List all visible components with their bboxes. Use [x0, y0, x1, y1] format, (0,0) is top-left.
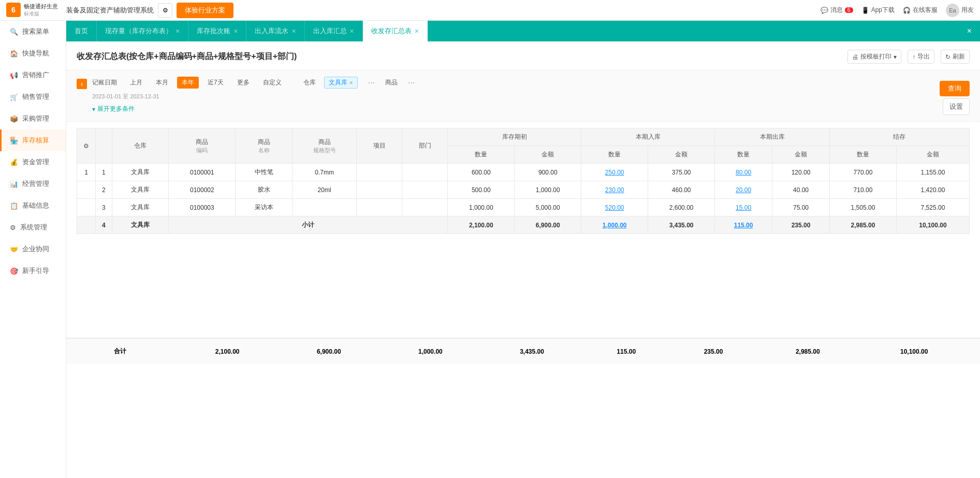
tab-collect[interactable]: 收发存汇总表 ×	[363, 21, 428, 41]
print-button[interactable]: 🖨 按模板打印 ▾	[847, 50, 901, 64]
warehouse-more-button[interactable]: ···	[366, 78, 377, 88]
total-open-amt: 6,900.00	[278, 343, 379, 360]
col-bal-header: 结存	[829, 128, 969, 146]
row2-open-amt: 1,000.00	[515, 181, 581, 199]
table-settings-header[interactable]: ⚙	[77, 128, 96, 164]
row2-spec: 20ml	[292, 181, 357, 199]
sidebar-item-operation[interactable]: 📊 经营管理	[0, 173, 66, 195]
filter-collapse-button[interactable]: ‹	[77, 79, 87, 89]
subtotal-in-qty[interactable]: 1,000.00	[581, 216, 648, 234]
row1-bal-amt: 1,155.00	[896, 164, 969, 181]
sidebar-item-base[interactable]: 📋 基础信息	[0, 195, 66, 216]
row1-name: 中性笔	[236, 164, 292, 181]
date-btn-last-month[interactable]: 上月	[125, 77, 147, 89]
tab-close-flow[interactable]: ×	[291, 27, 296, 35]
col-name-header: 商品名称	[236, 128, 292, 164]
message-icon: 💬	[821, 7, 828, 14]
inventory-icon: 🏪	[10, 137, 18, 144]
tab-close-collect[interactable]: ×	[415, 27, 419, 35]
sidebar-item-search[interactable]: 🔍 搜索菜单	[0, 21, 66, 42]
query-button[interactable]: 查询	[940, 81, 970, 96]
chevron-down-icon: ▾	[894, 53, 897, 61]
row1-no: 1	[77, 164, 96, 181]
col-open-qty-header: 数量	[448, 146, 515, 164]
date-btn-custom[interactable]: 自定义	[258, 77, 286, 89]
sidebar-item-marketing[interactable]: 📢 营销推广	[0, 64, 66, 86]
row1-code: 0100001	[169, 164, 236, 181]
tab-home[interactable]: 首页	[66, 21, 97, 41]
subtotal-in-amt: 3,435.00	[648, 216, 715, 234]
tab-close-batch[interactable]: ×	[233, 27, 238, 35]
col-open-header: 库存期初	[448, 128, 581, 146]
date-btn-more[interactable]: 更多	[232, 77, 254, 89]
sidebar-item-collab[interactable]: 🤝 企业协同	[0, 238, 66, 260]
service-nav[interactable]: 🎧 在线客服	[903, 6, 938, 15]
tab-summary[interactable]: 出入库汇总 ×	[305, 21, 363, 41]
subtotal-warehouse: 文具库	[112, 216, 169, 234]
row1-in-qty[interactable]: 250.00	[581, 164, 648, 181]
search-icon: 🔍	[10, 28, 18, 36]
table-row: 1 1 文具库 0100001 中性笔 0.7mm 600.00 900.00	[77, 164, 970, 181]
date-btn-7days[interactable]: 近7天	[203, 77, 228, 89]
total-open-qty: 2,100.00	[177, 343, 278, 360]
sidebar-item-purchase[interactable]: 📦 采购管理	[0, 108, 66, 129]
refresh-button[interactable]: ↻ 刷新	[941, 50, 970, 64]
row1-spec: 0.7mm	[292, 164, 357, 181]
user-nav[interactable]: Ea 用友	[946, 4, 974, 17]
sidebar-item-system[interactable]: ⚙ 系统管理	[0, 216, 66, 238]
row3-in-qty[interactable]: 520.00	[581, 199, 648, 216]
tab-batch[interactable]: 库存批次账 ×	[188, 21, 246, 41]
tab-stock-dist[interactable]: 现存量（库存分布表） ×	[97, 21, 188, 41]
date-btn-this-month[interactable]: 本月	[151, 77, 173, 89]
message-nav[interactable]: 💬 消息 6	[821, 6, 853, 15]
col-warehouse-header: 仓库	[112, 128, 169, 164]
goods-more-button[interactable]: ···	[406, 78, 417, 88]
message-badge: 6	[845, 7, 853, 13]
goods-label: 商品	[385, 78, 398, 87]
tab-close-summary[interactable]: ×	[350, 27, 354, 35]
warehouse-tag-close[interactable]: ×	[349, 79, 353, 86]
try-industry-button[interactable]: 体验行业方案	[177, 3, 233, 18]
tab-bar-close-button[interactable]: ×	[959, 26, 980, 36]
base-icon: 📋	[10, 202, 18, 210]
col-dept-header: 部门	[402, 128, 448, 164]
chevron-down-icon: ▾	[92, 106, 95, 113]
row3-out-qty[interactable]: 15.00	[715, 199, 772, 216]
expand-filter-button[interactable]: ▾ 展开更多条件	[92, 105, 933, 113]
row3-bal-qty: 1,505.00	[829, 199, 896, 216]
settings-small-button[interactable]: 设置	[943, 98, 970, 115]
subtotal-bal-amt: 10,100.00	[896, 216, 969, 234]
finance-icon: 💰	[10, 158, 18, 166]
total-table: 合计 2,100.00 6,900.00 1,000.00 3,435.00 1…	[77, 343, 970, 360]
date-btn-this-year[interactable]: 本年	[177, 77, 199, 89]
total-bal-qty: 2,985.00	[757, 343, 858, 360]
date-range: 2023-01-01 至 2023-12-31	[92, 93, 933, 100]
logo-sub: 标准版	[24, 10, 58, 18]
row2-in-qty[interactable]: 230.00	[581, 181, 648, 199]
tab-flow[interactable]: 出入库流水 ×	[246, 21, 304, 41]
tab-close-stock-dist[interactable]: ×	[175, 27, 180, 35]
row2-out-qty[interactable]: 20.00	[715, 181, 772, 199]
col-in-amt-header: 金额	[648, 146, 715, 164]
subtotal-out-qty[interactable]: 115.00	[715, 216, 772, 234]
row3-open-qty: 1,000.00	[448, 199, 515, 216]
total-out-amt: 235.00	[670, 343, 757, 360]
logo-text: 畅捷通好生意	[24, 3, 58, 10]
sidebar-item-inventory[interactable]: 🏪 库存核算	[0, 129, 66, 151]
sidebar-item-sales[interactable]: 🛒 销售管理	[0, 86, 66, 108]
row2-bal-amt: 1,420.00	[896, 181, 969, 199]
sidebar-item-finance[interactable]: 💰 资金管理	[0, 151, 66, 173]
export-icon: ↑	[912, 53, 915, 61]
row1-open-amt: 900.00	[515, 164, 581, 181]
total-out-qty: 115.00	[583, 343, 670, 360]
sidebar-item-guide[interactable]: 🎯 新手引导	[0, 260, 66, 282]
sidebar-item-nav[interactable]: 🏠 快捷导航	[0, 42, 66, 64]
marketing-icon: 📢	[10, 71, 18, 79]
download-nav[interactable]: 📱 App下载	[861, 6, 895, 15]
col-bal-qty-header: 数量	[829, 146, 896, 164]
row2-name: 胶水	[236, 181, 292, 199]
row1-out-qty[interactable]: 80.00	[715, 164, 772, 181]
print-icon: 🖨	[852, 53, 858, 61]
settings-button[interactable]: ⚙	[158, 3, 172, 18]
export-button[interactable]: ↑ 导出	[908, 50, 934, 64]
